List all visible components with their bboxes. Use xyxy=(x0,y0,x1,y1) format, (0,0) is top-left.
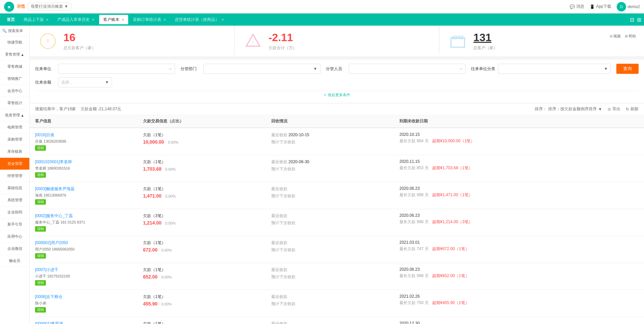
customer-name-3[interactable]: [0002]服务中心_丁磊 xyxy=(35,213,143,219)
sidebar-search[interactable]: 🔍 搜索菜单 xyxy=(0,26,29,36)
sidebar-item-guide[interactable]: 新手引导 xyxy=(0,218,29,231)
customer-phone-6: 陈小弟 xyxy=(35,301,143,306)
customer-info-6: [0006]去下粮仓 陈小弟 现销 xyxy=(35,294,143,313)
card-actions: ⊙ 视频 ⊘ 帮助 xyxy=(610,34,636,39)
customer-tag-5: 现销 xyxy=(35,280,46,286)
sidebar: 🔍 搜索菜单 快捷导航 零售管理 ▲ 零售商城 营销推广 会员中心 xyxy=(0,26,30,324)
customer-phone-1: 李老师 18600391516 xyxy=(35,166,143,171)
customer-name-4[interactable]: [000002]用户2050 xyxy=(35,240,143,246)
customer-tag-6: 现销 xyxy=(35,307,46,313)
close-tab-3[interactable]: ✕ xyxy=(121,18,124,22)
overdue-amount-5[interactable]: 超期¥652.00（1笔） xyxy=(432,273,469,278)
sidebar-item-quick-nav[interactable]: 快捷导航 xyxy=(0,36,29,49)
sidebar-item-inventory[interactable]: 库存核算 xyxy=(0,146,29,158)
sidebar-item-purchase[interactable]: 采购管理 xyxy=(0,134,29,146)
department-select[interactable]: ▼ xyxy=(203,64,320,74)
overdue-amount-3[interactable]: 超期¥1,214.00（3笔） xyxy=(432,219,473,224)
sidebar-item-enterprise[interactable]: 企业协同 xyxy=(0,206,29,218)
close-tab-2[interactable]: ✕ xyxy=(92,18,94,22)
total-customers-icon xyxy=(448,31,468,51)
overdue-amount-6[interactable]: 超期¥455.90（1笔） xyxy=(432,300,469,305)
debt-count-3: 欠款（3笔） xyxy=(143,213,271,219)
debt-percent-0: 0.00% xyxy=(168,140,178,144)
maximize-button[interactable]: ⊞ xyxy=(637,17,641,23)
sidebar-item-operations[interactable]: 经营管理 xyxy=(0,170,29,182)
debt-amount-5: 652.00 xyxy=(143,274,158,279)
customer-info-0: [0016]吕俊 吕俊 13026203696 现销 xyxy=(35,132,143,151)
tab-purchase-stats[interactable]: 采购订单统计表 ✕ xyxy=(129,15,170,24)
tab-product-status[interactable]: 商品上下架 ✕ xyxy=(20,15,53,24)
table-row: [0002]服务中心_丁磊 服务中心_丁磊 181 0125 8371 现销 欠… xyxy=(30,209,644,236)
debt-count-1: 欠款（1笔） xyxy=(143,159,271,165)
overdue-amount-2[interactable]: 超期¥1,471.00（1笔） xyxy=(432,193,473,197)
tab-customer-account[interactable]: 客户账本 ✕ xyxy=(99,15,128,24)
sidebar-item-wechat-work[interactable]: 企业微信 xyxy=(0,243,29,255)
sidebar-item-basic-info[interactable]: 基础信息 xyxy=(0,182,29,194)
sidebar-item-app-center[interactable]: 应用中心 xyxy=(0,231,29,243)
close-tab-4[interactable]: ✕ xyxy=(163,18,166,22)
filter-row-1: 往来单位 ··· 分管部门 ▼ 分管人员 ··· xyxy=(35,64,639,74)
sidebar-item-marketing[interactable]: 营销推广 xyxy=(0,73,29,85)
tab-goods-stats[interactable]: 进货单统计表（按商品） ✕ xyxy=(171,15,228,24)
overdue-amount-4[interactable]: 超期¥672.00（1笔） xyxy=(432,246,469,251)
user-avatar[interactable]: D demo2 xyxy=(617,2,640,11)
overdue-info-5: 2020.06.23 最长欠款 998 天 超期¥652.00（1笔） xyxy=(399,267,639,279)
query-button[interactable]: 查询 xyxy=(616,64,639,74)
app-download-button[interactable]: 📱 App下载 xyxy=(590,4,611,9)
total-debt-icon: ! xyxy=(243,31,263,51)
debt-info-3: 欠款（3笔） 1,214.00 0.00% xyxy=(143,213,271,226)
customer-name-0[interactable]: [0016]吕俊 xyxy=(35,132,143,138)
customer-name-5[interactable]: [0007]小进千 xyxy=(35,267,143,273)
unit-category-select[interactable]: ▼ xyxy=(498,64,611,74)
sidebar-item-retail-mall[interactable]: 零售商城 xyxy=(0,61,29,73)
customer-name-6[interactable]: [0006]去下粮仓 xyxy=(35,294,143,300)
repay-info-3: 最近收款 预计下次收款 xyxy=(271,213,399,226)
debt-count-0: 欠款（1笔） xyxy=(143,132,271,138)
svg-text:!: ! xyxy=(252,41,253,46)
customer-info-7: [000001]黄思源 黄思源 13552700226 现销 xyxy=(35,321,143,324)
sort-selector[interactable]: 排序： 排序：按欠款金额倒序排序 ▼ xyxy=(535,106,602,112)
customer-info-1: [0001020001]李老师 李老师 18600391516 现销 xyxy=(35,159,143,178)
video-button[interactable]: ⊙ 视频 xyxy=(610,34,621,39)
source-unit-input[interactable]: ··· xyxy=(58,64,175,74)
sidebar-item-member-vip[interactable]: 畅会员 xyxy=(0,255,29,267)
sidebar-item-member-center[interactable]: 会员中心 xyxy=(0,85,29,97)
refresh-button[interactable]: ↻ 刷新 xyxy=(626,106,639,112)
minimize-button[interactable]: ⊟ xyxy=(630,17,634,23)
repay-info-2: 最近收款 预计下次收款 xyxy=(271,186,399,199)
debt-info-1: 欠款（1笔） 1,703.68 0.00% xyxy=(143,159,271,172)
overdue-info-2: 2020.06.23 最长欠款 998 天 超期¥1,471.00（1笔） xyxy=(399,186,639,198)
export-button[interactable]: ⊙ 导出 xyxy=(608,106,620,112)
sidebar-item-retail-management[interactable]: 零售管理 ▲ xyxy=(0,49,29,61)
balance-select[interactable]: 选择... ▼ xyxy=(58,77,112,87)
tenant-selector[interactable]: 母婴行业演示账套 ▼ xyxy=(28,3,71,10)
message-button[interactable]: 💬 消息 xyxy=(570,4,584,9)
sidebar-item-retail-stats[interactable]: 零售统计 xyxy=(0,97,29,109)
sidebar-item-ecommerce[interactable]: 电商管理 xyxy=(0,121,29,134)
sidebar-item-finance[interactable]: 资金管理 xyxy=(0,158,29,170)
repay-info-1: 最近收款 2020-06-30 预计下次收款 xyxy=(271,159,399,172)
overdue-amount-0[interactable]: 超期¥10,000.00（1笔） xyxy=(432,139,475,143)
help-button[interactable]: ⊘ 帮助 xyxy=(625,34,636,39)
tab-production-history[interactable]: 产成品入库单历史 ✕ xyxy=(53,15,99,24)
table-header: 客户信息 欠款交易信息（占比） 回收情况 到期未收款日期 xyxy=(30,115,644,128)
customer-name-1[interactable]: [0001020001]李老师 xyxy=(35,159,143,165)
collapse-button[interactable]: ∧ 收起更多条件 xyxy=(35,91,639,99)
overdue-amount-1[interactable]: 超期¥1,703.68（1笔） xyxy=(432,166,473,170)
debt-percent-1: 0.00% xyxy=(165,167,176,171)
close-tab-1[interactable]: ✕ xyxy=(46,18,49,22)
brand-logo: 畅 xyxy=(4,2,14,12)
customer-phone-5: 小进千 18279152100 xyxy=(35,274,143,279)
customer-name-2[interactable]: [0003]畅捷服务尹海蕊 xyxy=(35,186,143,192)
filter-balance: 往来余额 选择... ▼ xyxy=(35,77,639,87)
tab-home[interactable]: 首页 xyxy=(3,15,19,24)
customer-name-7[interactable]: [000001]黄思源 xyxy=(35,321,143,324)
customer-tag-1: 现销 xyxy=(35,172,46,178)
close-tab-5[interactable]: ✕ xyxy=(221,18,224,22)
sidebar-item-wholesale[interactable]: 批发管理 ▲ xyxy=(0,109,29,121)
summary-card-debt-customers: ¥ 16 总欠款客户（家） xyxy=(30,26,234,57)
sidebar-item-system[interactable]: 系统管理 xyxy=(0,194,29,206)
sidebar-nav: 零售管理 ▲ 零售商城 营销推广 会员中心 零售统计 批发管理 ▲ xyxy=(0,49,29,267)
col-header-debt: 欠款交易信息（占比） xyxy=(143,118,271,124)
manager-input[interactable]: ··· xyxy=(349,64,466,74)
